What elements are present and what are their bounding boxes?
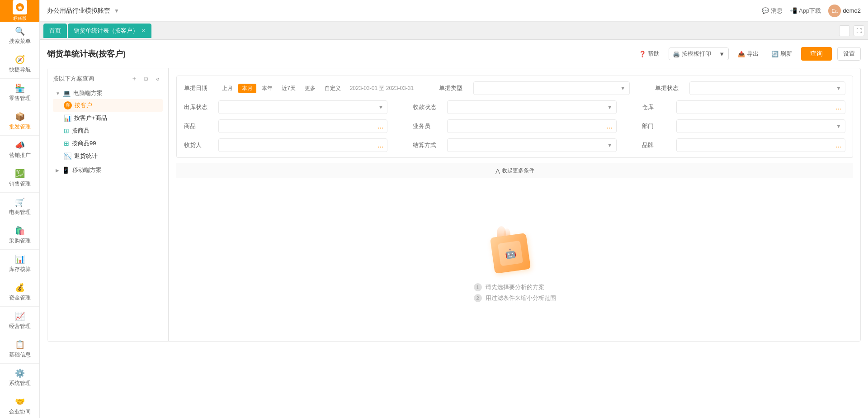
filter-row-4: 收货人 ... 结算方式 ▼ 品牌 xyxy=(184,138,845,152)
scheme-item-by-customer[interactable]: 客 按客户 xyxy=(53,99,163,112)
sidebar-item-basic[interactable]: 📋 基础信息 xyxy=(0,335,39,364)
date-btn-7days[interactable]: 近7天 xyxy=(278,84,299,93)
sidebar-item-wholesale[interactable]: 📦 批发管理 xyxy=(0,107,39,136)
doc-type-select[interactable]: ▼ xyxy=(473,81,629,95)
sidebar-item-purchase[interactable]: 🛍️ 采购管理 xyxy=(0,221,39,250)
empty-hint-1: 1 请先选择要分析的方案 xyxy=(474,283,556,291)
scheme-group-mobile: ▶ 📱 移动端方案 xyxy=(53,164,163,176)
download-icon: 📲 xyxy=(790,7,797,14)
empty-box-shape: 🤖 xyxy=(490,233,530,274)
sidebar-item-enterprise-label: 企业协同 xyxy=(9,408,31,416)
message-button[interactable]: 💬 消息 xyxy=(762,7,783,15)
scheme-item-return-stat[interactable]: 📉 退货统计 xyxy=(53,150,163,162)
export-button[interactable]: 📤 导出 xyxy=(734,48,762,60)
sidebar-item-quicknav[interactable]: 🧭 快捷导航 xyxy=(0,50,39,79)
date-btn-this-month[interactable]: 本月 xyxy=(238,84,256,93)
sidebar-item-finance[interactable]: 💰 资金管理 xyxy=(0,278,39,307)
dept-select[interactable]: ▼ xyxy=(676,119,845,133)
scheme-group-desktop: ▼ 💻 电脑端方案 客 按客户 📊 按客户+商品 xyxy=(53,87,163,162)
query-button[interactable]: 查询 xyxy=(801,47,832,61)
sidebar-item-retail[interactable]: 🏪 零售管理 xyxy=(0,79,39,107)
sidebar-item-ecommerce-label: 电商管理 xyxy=(9,209,31,216)
user-area[interactable]: Ea demo2 xyxy=(828,5,861,17)
scheme-edit-button[interactable]: ⊙ xyxy=(141,74,151,84)
empty-box-screen: 🤖 xyxy=(497,241,523,266)
collection-chevron-icon: ▼ xyxy=(607,104,613,110)
collection-label: 收款状态 xyxy=(413,103,440,111)
warehouse-input[interactable]: ... xyxy=(676,100,845,114)
print-icon: 🖨️ xyxy=(673,51,680,57)
scheme-item-by-goods-99[interactable]: ⊞ 按商品99 xyxy=(53,137,163,150)
app-download-button[interactable]: 📲 App下载 xyxy=(790,7,821,15)
settlement-select[interactable]: ▼ xyxy=(447,138,616,152)
content-container: 按以下方案查询 ＋ ⊙ « ▼ 💻 电脑端方案 xyxy=(47,68,861,342)
collapse-bar[interactable]: ⋀ 收起更多条件 xyxy=(176,163,853,178)
sidebar-item-search-label: 搜索菜单 xyxy=(9,38,31,45)
tab-close-icon[interactable]: ✕ xyxy=(141,28,146,34)
refresh-button[interactable]: 🔄 刷新 xyxy=(768,48,796,60)
collection-select[interactable]: ▼ xyxy=(447,100,616,114)
scheme-item-by-customer-label: 按客户 xyxy=(75,101,92,109)
tab-expand-button[interactable]: ⛶ xyxy=(854,25,864,36)
logo-icon: 畅 xyxy=(13,0,27,14)
user-name: demo2 xyxy=(843,7,861,14)
sidebar-item-system[interactable]: ⚙️ 系统管理 xyxy=(0,364,39,392)
scheme-item-by-customer-goods[interactable]: 📊 按客户+商品 xyxy=(53,112,163,124)
customer-scheme-icon: 客 xyxy=(64,101,72,109)
compass-icon: 🧭 xyxy=(15,55,25,65)
date-btn-more[interactable]: 更多 xyxy=(301,84,319,93)
date-btn-custom[interactable]: 自定义 xyxy=(321,84,344,93)
staff-input[interactable]: ... xyxy=(447,119,616,133)
scheme-group-desktop-header[interactable]: ▼ 💻 电脑端方案 xyxy=(53,87,163,99)
print-dropdown-button[interactable]: ▼ xyxy=(715,49,728,59)
scheme-add-button[interactable]: ＋ xyxy=(129,74,139,84)
warehouse-dots-icon: ... xyxy=(835,103,841,111)
left-scheme-panel: 按以下方案查询 ＋ ⊙ « ▼ 💻 电脑端方案 xyxy=(47,68,169,341)
scheme-item-by-customer-goods-label: 按客户+商品 xyxy=(74,114,107,122)
out-status-label: 出库状态 xyxy=(184,103,211,111)
sidebar-item-search[interactable]: 🔍 搜索菜单 xyxy=(0,22,39,50)
svg-text:畅: 畅 xyxy=(18,6,22,10)
print-button[interactable]: 🖨️ 按模板打印 xyxy=(669,48,715,60)
app-download-label: App下载 xyxy=(799,7,821,15)
receiver-input[interactable]: ... xyxy=(218,138,387,152)
settings-button[interactable]: 设置 xyxy=(837,47,861,61)
filter-panel: 单据日期 上月 本月 本年 近7天 更多 自定义 2023-03-01 至 20… xyxy=(176,76,853,158)
scheme-group-mobile-header[interactable]: ▶ 📱 移动端方案 xyxy=(53,164,163,176)
sidebar-item-retail-label: 零售管理 xyxy=(9,95,31,102)
sidebar-item-ecommerce[interactable]: 🛒 电商管理 xyxy=(0,193,39,221)
tab-minimize-button[interactable]: — xyxy=(839,25,850,36)
doc-status-select[interactable]: ▼ xyxy=(689,81,845,95)
doc-type-chevron-icon: ▼ xyxy=(620,85,626,91)
date-btn-last-month[interactable]: 上月 xyxy=(218,84,236,93)
date-btn-this-year[interactable]: 本年 xyxy=(258,84,276,93)
scheme-collapse-button[interactable]: « xyxy=(153,74,163,84)
sidebar-item-marketing[interactable]: 📣 营销推广 xyxy=(0,136,39,164)
scheme-item-by-goods-99-label: 按商品99 xyxy=(72,139,96,147)
brand-label: 品牌 xyxy=(642,141,669,149)
sidebar-item-enterprise[interactable]: 🤝 企业协同 xyxy=(0,392,39,418)
header-right: 💬 消息 📲 App下载 Ea demo2 xyxy=(762,5,861,17)
sidebar-item-operations[interactable]: 📈 经营管理 xyxy=(0,307,39,335)
brand-input[interactable]: ... xyxy=(676,138,845,152)
scheme-item-by-goods[interactable]: ⊞ 按商品 xyxy=(53,124,163,137)
brand-dots-icon: ... xyxy=(835,141,841,149)
logo-area[interactable]: 畅 标账版 xyxy=(0,0,39,22)
tab-sales-stat[interactable]: 销货单统计表（按客户） ✕ xyxy=(68,24,151,38)
chevron-right-icon: ▶ xyxy=(56,168,59,173)
settlement-label: 结算方式 xyxy=(413,141,440,149)
hint-text-1: 请先选择要分析的方案 xyxy=(486,283,544,291)
sidebar-item-inventory[interactable]: 📊 库存核算 xyxy=(0,250,39,278)
tab-home[interactable]: 首页 xyxy=(43,24,67,38)
settlement-chevron-icon: ▼ xyxy=(607,142,613,148)
sidebar-item-sales[interactable]: 💹 销售管理 xyxy=(0,164,39,193)
filter-row-1: 单据日期 上月 本月 本年 近7天 更多 自定义 2023-03-01 至 20… xyxy=(184,81,845,95)
page-content: 销货单统计表(按客户) ❓ 帮助 🖨️ 按模板打印 ▼ 📤 xyxy=(40,40,868,418)
out-status-select[interactable]: ▼ xyxy=(218,100,387,114)
user-avatar: Ea xyxy=(828,5,841,17)
help-button[interactable]: ❓ 帮助 xyxy=(635,48,663,60)
header-dropdown-icon[interactable]: ▼ xyxy=(114,8,119,14)
message-label: 消息 xyxy=(771,7,783,15)
bar-chart-icon: 📊 xyxy=(64,114,71,122)
goods-input[interactable]: ... xyxy=(218,119,387,133)
